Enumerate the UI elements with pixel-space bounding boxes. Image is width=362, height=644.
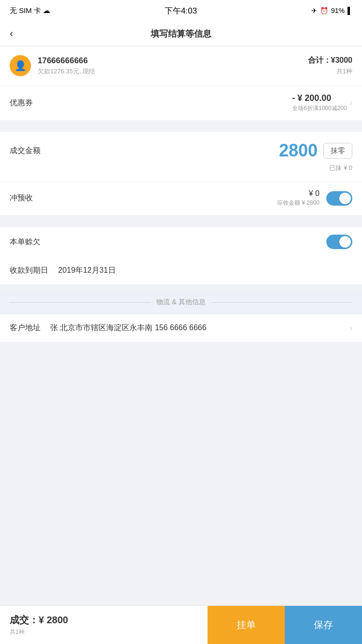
bottom-count: 共1种: [10, 628, 198, 636]
customer-left: 👤 17666666666 欠款1276.35元, 现结: [10, 55, 95, 76]
debit-label: 本单赊欠: [10, 237, 41, 247]
amount-row-area: 成交金额 2800 抹零 已抹 ¥ 0: [0, 132, 362, 181]
location-icon: ✈: [311, 7, 317, 14]
bottom-bar: 成交：¥ 2800 共1种 挂单 保存: [0, 605, 362, 644]
customer-row: 👤 17666666666 欠款1276.35元, 现结 合计：¥3000 共1…: [0, 46, 362, 85]
customer-total: 合计：¥3000: [308, 56, 353, 66]
pre-collect-value-area: ¥ 0 应收金额 ¥ 2800: [277, 189, 320, 207]
coupon-row[interactable]: 优惠券 - ¥ 200.00 全场6折满1000减200 ›: [0, 85, 362, 120]
debit-row: 本单赊欠: [0, 226, 362, 257]
pre-collect-value: ¥ 0: [277, 189, 320, 198]
divider-line-left: [10, 302, 151, 303]
save-button[interactable]: 保存: [285, 606, 362, 644]
bottom-deal-label: 成交：: [10, 615, 39, 625]
customer-info: 17666666666 欠款1276.35元, 现结: [38, 56, 95, 76]
customer-count: 共1种: [308, 67, 353, 76]
coupon-chevron-icon: ›: [350, 98, 352, 107]
amount-label: 成交金额: [10, 146, 41, 156]
pre-collect-toggle[interactable]: [326, 191, 352, 206]
debit-section: 本单赊欠 收款到期日 2019年12月31日: [0, 226, 362, 284]
debit-toggle[interactable]: [326, 235, 352, 249]
status-time: 下午4:03: [165, 5, 197, 16]
coupon-desc: 全场6折满1000减200: [292, 104, 347, 112]
divider-line-right: [211, 302, 352, 303]
amount-value: 2800: [279, 140, 318, 161]
due-date-row: 收款到期日 2019年12月31日: [0, 257, 362, 284]
pre-collect-row: 冲预收 ¥ 0 应收金额 ¥ 2800: [0, 181, 362, 215]
address-value: 张 北京市市辖区海淀区永丰南 156 6666 6666: [50, 323, 350, 333]
hang-button[interactable]: 挂单: [208, 606, 285, 644]
address-chevron-icon: ›: [350, 324, 352, 333]
battery-text: 91%: [331, 7, 345, 14]
content-spacer: [0, 348, 362, 396]
round-button[interactable]: 抹零: [323, 143, 352, 159]
amount-sub-text: 已抹 ¥ 0: [10, 164, 352, 172]
customer-section: 👤 17666666666 欠款1276.35元, 现结 合计：¥3000 共1…: [0, 46, 362, 120]
pre-collect-sub: 应收金额 ¥ 2800: [277, 199, 320, 207]
no-sim-text: 无 SIM 卡 ☁: [10, 6, 50, 15]
logistics-label: 物流 & 其他信息: [156, 298, 205, 307]
coupon-discount: - ¥ 200.00: [292, 93, 347, 103]
status-right: ✈ ⏰ 91% ▌: [311, 7, 352, 14]
status-bar: 无 SIM 卡 ☁ 下午4:03 ✈ ⏰ 91% ▌: [0, 0, 362, 21]
bottom-deal: 成交：¥ 2800: [10, 614, 198, 627]
logistics-divider: 物流 & 其他信息: [0, 290, 362, 314]
amount-section: 成交金额 2800 抹零 已抹 ¥ 0 冲预收 ¥ 0 应收金额 ¥ 2800: [0, 132, 362, 215]
address-row[interactable]: 客户地址 张 北京市市辖区海淀区永丰南 156 6666 6666 ›: [0, 314, 362, 342]
status-left: 无 SIM 卡 ☁: [10, 6, 50, 15]
due-date-value: 2019年12月31日: [58, 266, 115, 274]
back-button[interactable]: ‹: [10, 28, 13, 40]
pre-collect-label: 冲预收: [10, 193, 33, 203]
coupon-right: - ¥ 200.00 全场6折满1000减200 ›: [292, 93, 352, 112]
separator-1: [0, 126, 362, 132]
customer-sub: 欠款1276.35元, 现结: [38, 67, 95, 76]
amount-value-area: 2800 抹零: [279, 140, 352, 161]
customer-phone: 17666666666: [38, 56, 95, 66]
nav-bar: ‹ 填写结算等信息: [0, 21, 362, 46]
due-date-label: 收款到期日: [10, 266, 48, 274]
coupon-label: 优惠券: [10, 98, 33, 108]
battery-icon: ▌: [348, 7, 352, 14]
page-title: 填写结算等信息: [151, 28, 211, 40]
bottom-summary: 成交：¥ 2800 共1种: [0, 614, 208, 636]
separator-2: [0, 221, 362, 226]
amount-row: 成交金额 2800 抹零: [10, 140, 352, 161]
bottom-deal-amount: ¥ 2800: [39, 615, 68, 625]
avatar: 👤: [10, 55, 31, 76]
alarm-icon: ⏰: [320, 7, 328, 14]
address-section: 客户地址 张 北京市市辖区海淀区永丰南 156 6666 6666 ›: [0, 314, 362, 342]
pre-collect-right: ¥ 0 应收金额 ¥ 2800: [277, 189, 352, 207]
customer-right: 合计：¥3000 共1种: [308, 56, 353, 76]
address-label: 客户地址: [10, 323, 41, 333]
